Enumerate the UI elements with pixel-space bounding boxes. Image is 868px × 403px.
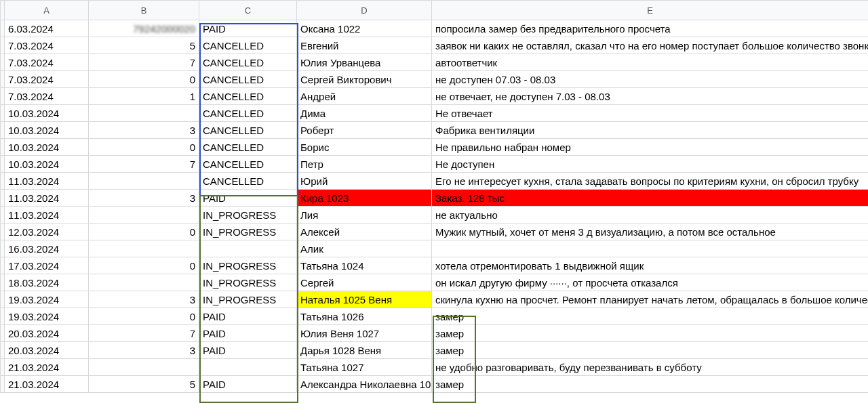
col-header-e[interactable]: E xyxy=(432,1,869,20)
cell-a[interactable]: 7.03.2024 xyxy=(5,37,89,54)
table-row[interactable]: 20.03.20247PAIDЮлия Веня 1027замер xyxy=(1,325,869,342)
table-row[interactable]: 11.03.2024IN_PROGRESSЛияне актуально xyxy=(1,207,869,224)
cell-a[interactable]: 19.03.2024 xyxy=(5,291,89,308)
cell-e[interactable]: Не отвечает xyxy=(432,105,869,122)
table-row[interactable]: 6.03.202479242000020PAIDОксана 1022попро… xyxy=(1,20,869,37)
cell-c[interactable]: PAID xyxy=(199,342,297,359)
cell-a[interactable]: 6.03.2024 xyxy=(5,20,89,37)
cell-a[interactable]: 17.03.2024 xyxy=(5,257,89,274)
cell-c[interactable]: CANCELLED xyxy=(199,156,297,173)
cell-a[interactable]: 10.03.2024 xyxy=(5,122,89,139)
cell-c[interactable]: PAID xyxy=(199,308,297,325)
table-row[interactable]: 7.03.20247CANCELLEDЮлия Урванцеваавтоотв… xyxy=(1,54,869,71)
cell-b[interactable]: 3 xyxy=(89,190,199,207)
table-row[interactable]: 16.03.2024Алик xyxy=(1,240,869,257)
col-header-d[interactable]: D xyxy=(297,1,432,20)
table-row[interactable]: 19.03.20240PAIDТатьяна 1026замер xyxy=(1,308,869,325)
cell-a[interactable]: 20.03.2024 xyxy=(5,325,89,342)
cell-a[interactable]: 10.03.2024 xyxy=(5,139,89,156)
cell-b[interactable]: 0 xyxy=(89,71,199,88)
table-row[interactable]: 10.03.2024CANCELLEDДимаНе отвечает xyxy=(1,105,869,122)
cell-e[interactable]: замер xyxy=(432,376,869,393)
cell-e[interactable]: он искал другую фирму ······, от просчет… xyxy=(432,274,869,291)
cell-a[interactable]: 11.03.2024 xyxy=(5,173,89,190)
cell-b[interactable]: 7 xyxy=(89,325,199,342)
cell-b[interactable] xyxy=(89,240,199,257)
cell-b[interactable]: 1 xyxy=(89,88,199,105)
cell-c[interactable]: CANCELLED xyxy=(199,105,297,122)
cell-e[interactable]: Заказ. 128 тыс xyxy=(432,190,869,207)
cell-e[interactable]: замер xyxy=(432,308,869,325)
cell-d[interactable]: Александра Николаевна 1028 xyxy=(297,376,432,393)
cell-e[interactable]: Не правильно набран номер xyxy=(432,139,869,156)
cell-c[interactable]: IN_PROGRESS xyxy=(199,274,297,291)
cell-d[interactable]: Татьяна 1026 xyxy=(297,308,432,325)
cell-a[interactable]: 10.03.2024 xyxy=(5,156,89,173)
cell-a[interactable]: 19.03.2024 xyxy=(5,308,89,325)
table-row[interactable]: 11.03.20243PAIDКира 1023Заказ. 128 тыс xyxy=(1,190,869,207)
cell-d[interactable]: Оксана 1022 xyxy=(297,20,432,37)
cell-d[interactable]: Юлия Веня 1027 xyxy=(297,325,432,342)
cell-d[interactable]: Дима xyxy=(297,105,432,122)
cell-a[interactable]: 10.03.2024 xyxy=(5,105,89,122)
cell-e[interactable]: скинула кухню на просчет. Ремонт планиру… xyxy=(432,291,869,308)
cell-d[interactable]: Андрей xyxy=(297,88,432,105)
cell-d[interactable]: Алик xyxy=(297,240,432,257)
cell-a[interactable]: 7.03.2024 xyxy=(5,71,89,88)
cell-d[interactable]: Петр xyxy=(297,156,432,173)
cell-d[interactable]: Дарья 1028 Веня xyxy=(297,342,432,359)
col-header-a[interactable]: A xyxy=(5,1,89,20)
cell-e[interactable]: Фабрика вентиляции xyxy=(432,122,869,139)
cell-b[interactable]: 7 xyxy=(89,156,199,173)
cell-a[interactable]: 21.03.2024 xyxy=(5,359,89,376)
cell-d[interactable]: Юрий xyxy=(297,173,432,190)
cell-a[interactable]: 20.03.2024 xyxy=(5,342,89,359)
table-row[interactable]: 21.03.20245PAIDАлександра Николаевна 102… xyxy=(1,376,869,393)
cell-d[interactable]: Роберт xyxy=(297,122,432,139)
cell-e[interactable]: не актуально xyxy=(432,207,869,224)
cell-e[interactable]: автоответчик xyxy=(432,54,869,71)
grid-body[interactable]: 6.03.202479242000020PAIDОксана 1022попро… xyxy=(1,20,869,393)
cell-c[interactable]: CANCELLED xyxy=(199,71,297,88)
cell-a[interactable]: 21.03.2024 xyxy=(5,376,89,393)
cell-e[interactable]: не удобно разговаривать, буду перезванив… xyxy=(432,359,869,376)
table-row[interactable]: 7.03.20241CANCELLEDАндрейне отвечает, не… xyxy=(1,88,869,105)
cell-c[interactable]: PAID xyxy=(199,20,297,37)
cell-d[interactable]: Кира 1023 xyxy=(297,190,432,207)
cell-c[interactable]: CANCELLED xyxy=(199,88,297,105)
cell-a[interactable]: 18.03.2024 xyxy=(5,274,89,291)
cell-e[interactable]: хотела отремонтировать 1 выдвижной ящик xyxy=(432,257,869,274)
cell-d[interactable]: Лия xyxy=(297,207,432,224)
cell-a[interactable]: 11.03.2024 xyxy=(5,207,89,224)
cell-c[interactable]: IN_PROGRESS xyxy=(199,291,297,308)
cell-b[interactable] xyxy=(89,105,199,122)
cell-b[interactable] xyxy=(89,173,199,190)
cell-d[interactable]: Юлия Урванцева xyxy=(297,54,432,71)
cell-c[interactable] xyxy=(199,240,297,257)
cell-c[interactable]: CANCELLED xyxy=(199,54,297,71)
cell-b[interactable]: 0 xyxy=(89,308,199,325)
cell-b[interactable]: 3 xyxy=(89,342,199,359)
cell-c[interactable]: IN_PROGRESS xyxy=(199,257,297,274)
cell-a[interactable]: 16.03.2024 xyxy=(5,240,89,257)
cell-d[interactable]: Татьяна 1024 xyxy=(297,257,432,274)
cell-b[interactable]: 0 xyxy=(89,139,199,156)
grid[interactable]: A B C D E 6.03.202479242000020PAIDОксана… xyxy=(0,0,868,393)
cell-b[interactable] xyxy=(89,207,199,224)
table-row[interactable]: 10.03.20243CANCELLEDРобертФабрика вентил… xyxy=(1,122,869,139)
cell-c[interactable]: CANCELLED xyxy=(199,173,297,190)
cell-b[interactable] xyxy=(89,274,199,291)
col-header-c[interactable]: C xyxy=(199,1,297,20)
cell-c[interactable]: PAID xyxy=(199,190,297,207)
cell-d[interactable]: Борис xyxy=(297,139,432,156)
column-headers[interactable]: A B C D E xyxy=(1,1,869,20)
cell-d[interactable]: Наталья 1025 Веня xyxy=(297,291,432,308)
cell-e[interactable]: попросила замер без предварительного про… xyxy=(432,20,869,37)
cell-a[interactable]: 12.03.2024 xyxy=(5,224,89,240)
table-row[interactable]: 18.03.2024IN_PROGRESSСергейон искал друг… xyxy=(1,274,869,291)
cell-c[interactable]: PAID xyxy=(199,325,297,342)
cell-e[interactable]: заявок ни каких не оставлял, сказал что … xyxy=(432,37,869,54)
spreadsheet[interactable]: A B C D E 6.03.202479242000020PAIDОксана… xyxy=(0,0,868,403)
cell-b[interactable]: 0 xyxy=(89,224,199,240)
col-header-b[interactable]: B xyxy=(89,1,199,20)
